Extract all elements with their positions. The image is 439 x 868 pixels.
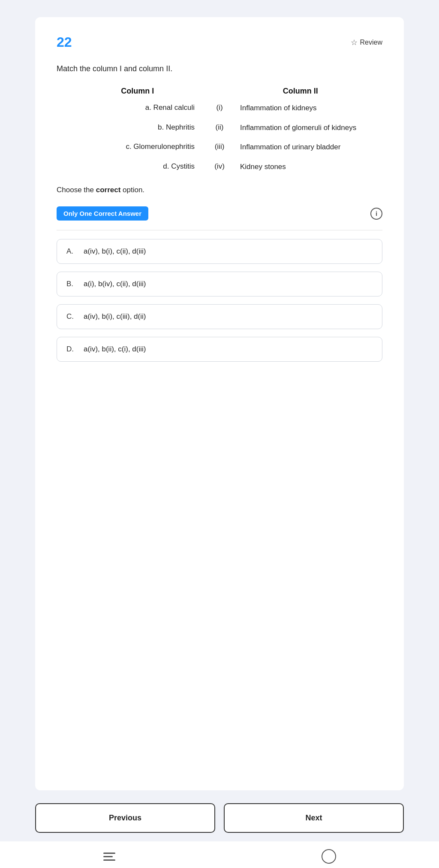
column1-header: Column I (121, 87, 154, 96)
match-row-d: d. Cystitis (iv) Kidney stones (57, 161, 382, 172)
col1-c: c. Glomerulonephritis (57, 142, 203, 151)
option-c-letter: C. (66, 312, 77, 321)
next-button[interactable]: Next (224, 803, 404, 833)
col2-b: Inflammation of glomeruli of kidneys (236, 122, 382, 133)
num-a: (i) (203, 103, 236, 112)
correct-bold: correct (96, 186, 121, 194)
option-a-text: a(iv), b(i), c(ii), d(iii) (84, 247, 146, 256)
screen: 22 ☆ Review Match the column I and colum… (0, 0, 439, 868)
num-b: (ii) (203, 122, 236, 132)
col2-d: Kidney stones (236, 161, 382, 172)
question-text: Match the column I and column II. (57, 63, 382, 75)
only-one-correct-badge: Only One Correct Answer (57, 206, 148, 221)
option-a-card[interactable]: A. a(iv), b(i), c(ii), d(iii) (57, 239, 382, 264)
bottom-bar (0, 841, 439, 868)
home-icon[interactable] (322, 849, 336, 864)
match-row-c: c. Glomerulonephritis (iii) Inflammation… (57, 142, 382, 153)
match-header: Column I Column II (57, 87, 382, 96)
col2-c: Inflammation of urinary bladder (236, 142, 382, 153)
navigation-row: Previous Next (35, 803, 404, 841)
match-row-b: b. Nephritis (ii) Inflammation of glomer… (57, 122, 382, 133)
option-c-text: a(iv), b(i), c(iii), d(ii) (84, 312, 146, 321)
match-table: Column I Column II a. Renal calculi (i) … (57, 87, 382, 172)
info-icon[interactable]: i (370, 208, 382, 220)
choose-text: Choose the correct option. (57, 186, 382, 194)
star-icon: ☆ (351, 38, 358, 47)
divider (57, 230, 382, 230)
col1-b: b. Nephritis (57, 122, 203, 132)
option-d-text: a(iv), b(ii), c(i), d(iii) (84, 345, 146, 354)
option-b-card[interactable]: B. a(i), b(iv), c(ii), d(iii) (57, 272, 382, 296)
option-b-letter: B. (66, 280, 77, 288)
match-row-a: a. Renal calculi (i) Inflammation of kid… (57, 103, 382, 114)
review-label: Review (360, 39, 382, 46)
num-c: (iii) (203, 142, 236, 151)
option-d-card[interactable]: D. a(iv), b(ii), c(i), d(iii) (57, 337, 382, 362)
num-d: (iv) (203, 161, 236, 171)
col1-d: d. Cystitis (57, 161, 203, 171)
col2-a: Inflammation of kidneys (236, 103, 382, 114)
menu-icon[interactable] (103, 853, 115, 861)
badge-row: Only One Correct Answer i (57, 206, 382, 221)
review-button[interactable]: ☆ Review (351, 38, 382, 47)
option-d-letter: D. (66, 345, 77, 354)
column2-header: Column II (283, 87, 318, 96)
previous-button[interactable]: Previous (35, 803, 215, 833)
option-c-card[interactable]: C. a(iv), b(i), c(iii), d(ii) (57, 304, 382, 329)
header-row: 22 ☆ Review (57, 34, 382, 50)
option-a-letter: A. (66, 247, 77, 256)
col1-a: a. Renal calculi (57, 103, 203, 112)
option-b-text: a(i), b(iv), c(ii), d(iii) (84, 280, 146, 288)
question-number: 22 (57, 34, 72, 50)
content-card: 22 ☆ Review Match the column I and colum… (35, 17, 404, 790)
